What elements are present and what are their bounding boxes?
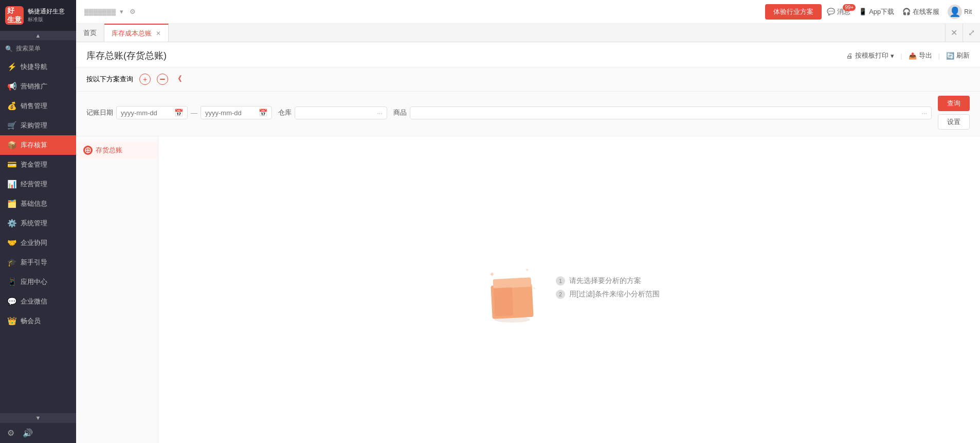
- empty-illustration: ✦ ✦ ✦: [479, 259, 540, 321]
- sidebar-item-marketing[interactable]: 📢 营销推广: [0, 77, 76, 96]
- online-support-button[interactable]: 🎧 在线客服: [902, 7, 939, 16]
- sidebar-item-label: 企业微信: [21, 297, 47, 306]
- date-start-input[interactable]: [121, 109, 172, 117]
- member-icon: 👑: [7, 316, 16, 326]
- app-version: 标准版: [28, 16, 65, 23]
- sidebar-item-quick-nav[interactable]: ⚡ 快捷导航: [0, 57, 76, 77]
- filter-collapse-button[interactable]: 《: [174, 75, 182, 84]
- date-separator: —: [191, 109, 197, 117]
- marketing-icon: 📢: [7, 82, 16, 91]
- sidebar-settings-button[interactable]: ⚙: [7, 428, 14, 438]
- tab-home[interactable]: 首页: [76, 24, 104, 42]
- topbar-dropdown-icon[interactable]: ▾: [120, 8, 123, 15]
- tab-inventory-cost[interactable]: 库存成本总账 ✕: [104, 24, 169, 42]
- print-button[interactable]: 🖨 按模板打印 ▾: [846, 51, 894, 60]
- sidebar-scroll-down[interactable]: ▼: [0, 413, 76, 422]
- sidebar-item-operation[interactable]: 📊 经营管理: [0, 174, 76, 194]
- breadcrumb-text: ▓▓▓▓▓▓▓: [84, 8, 116, 15]
- sidebar-item-label: 基础信息: [21, 199, 47, 208]
- sidebar-item-label: 畅会员: [21, 316, 41, 326]
- svg-rect-0: [160, 79, 165, 80]
- sidebar-item-label: 经营管理: [21, 180, 47, 189]
- scheme-panel: 存货总账: [76, 136, 980, 443]
- scheme-sidebar: 存货总账: [76, 136, 158, 443]
- operation-icon: 📊: [7, 180, 16, 189]
- sidebar-item-member[interactable]: 👑 畅会员: [0, 311, 76, 331]
- filter-action-buttons: 查询 设置: [938, 96, 970, 130]
- page-area: 库存总账(存货总账) 🖨 按模板打印 ▾ | 📤 导出 | 🔄 刷新: [76, 42, 980, 443]
- scheme-item-icon: [83, 146, 93, 155]
- finance-icon: 💳: [7, 160, 16, 169]
- sidebar-item-label: 企业协同: [21, 238, 47, 247]
- filter-remove-button[interactable]: [157, 74, 168, 85]
- purchase-icon: 🛒: [7, 121, 16, 130]
- filter-add-button[interactable]: +: [139, 74, 151, 85]
- appstore-icon: 📱: [7, 277, 16, 287]
- date-filter-group: 记账日期 📅 — 📅: [86, 106, 272, 119]
- sidebar-scroll-up[interactable]: ▲: [0, 31, 76, 40]
- sidebar-item-enterprise[interactable]: 🤝 企业协同: [0, 233, 76, 253]
- sidebar-item-label: 营销推广: [21, 82, 47, 91]
- filter-remove-icon: [159, 76, 166, 82]
- topbar: ▓▓▓▓▓▓▓ ▾ ⚙ 体验行业方案 💬 消息 99+ 📱 App下载 🎧 在线…: [76, 0, 980, 24]
- sidebar-item-wechat[interactable]: 💬 企业微信: [0, 292, 76, 311]
- tab-home-label: 首页: [83, 28, 97, 38]
- hint-2-num: 2: [556, 290, 565, 299]
- sidebar-item-system[interactable]: ⚙️ 系统管理: [0, 214, 76, 233]
- message-button[interactable]: 💬 消息 99+: [827, 7, 850, 16]
- scheme-item-inventory-ledger[interactable]: 存货总账: [76, 141, 158, 159]
- date-end-input[interactable]: [205, 109, 257, 117]
- hint-1-text: 请先选择要分析的方案: [569, 276, 641, 286]
- empty-state: ✦ ✦ ✦ 1 请先选择要分析的方案 2 用[过滤]条件来缩小分析范围: [158, 136, 980, 443]
- sidebar-item-label: 资金管理: [21, 160, 47, 169]
- topbar-cta-button[interactable]: 体验行业方案: [765, 4, 822, 20]
- sidebar-item-finance[interactable]: 💳 资金管理: [0, 155, 76, 174]
- refresh-button[interactable]: 🔄 刷新: [946, 51, 970, 60]
- tab-close-icon[interactable]: ✕: [156, 30, 161, 37]
- warehouse-more-icon[interactable]: ···: [377, 109, 383, 117]
- sidebar-item-label: 系统管理: [21, 219, 47, 228]
- product-more-icon[interactable]: ···: [921, 109, 927, 117]
- sidebar-search[interactable]: 🔍 搜索菜单: [0, 40, 76, 57]
- svg-rect-7: [494, 287, 514, 316]
- export-label: 导出: [919, 51, 932, 60]
- export-icon: 📤: [909, 52, 917, 60]
- product-filter-group: 商品 ···: [393, 107, 932, 119]
- warehouse-filter-group: 仓库 ···: [278, 107, 387, 119]
- message-icon: 💬: [827, 8, 835, 15]
- online-support-icon: 🎧: [902, 8, 911, 15]
- tab-inventory-cost-label: 库存成本总账: [112, 29, 152, 38]
- print-icon: 🖨: [846, 52, 853, 60]
- sidebar-item-newbie[interactable]: 🎓 新手引导: [0, 253, 76, 272]
- sidebar-item-label: 快捷导航: [21, 62, 47, 72]
- topbar-settings-icon[interactable]: ⚙: [130, 8, 136, 15]
- product-select[interactable]: ···: [410, 107, 932, 119]
- query-button[interactable]: 查询: [938, 96, 970, 111]
- empty-hint-2: 2 用[过滤]条件来缩小分析范围: [556, 290, 660, 299]
- svg-text:✦: ✦: [525, 267, 529, 273]
- user-menu[interactable]: 👤 Rit: [948, 5, 972, 19]
- svg-text:✦: ✦: [489, 270, 495, 278]
- app-name: 畅捷通好生意: [28, 8, 65, 16]
- sidebar-audio-button[interactable]: 🔊: [23, 428, 33, 438]
- tab-expand-button[interactable]: ⤢: [963, 24, 980, 42]
- scheme-main: ✦ ✦ ✦ 1 请先选择要分析的方案 2 用[过滤]条件来缩小分析范围: [158, 136, 980, 443]
- sidebar-item-inventory[interactable]: 📦 库存核算: [0, 135, 76, 155]
- sidebar-item-basic[interactable]: 🗂️ 基础信息: [0, 194, 76, 214]
- sidebar-item-purchase[interactable]: 🛒 采购管理: [0, 116, 76, 135]
- sidebar-item-appstore[interactable]: 📱 应用中心: [0, 272, 76, 292]
- print-dropdown-icon[interactable]: ▾: [891, 52, 894, 60]
- svg-text:✦: ✦: [533, 286, 536, 291]
- date-start-calendar-icon[interactable]: 📅: [174, 109, 183, 117]
- sidebar-item-sales[interactable]: 💰 销售管理: [0, 96, 76, 116]
- refresh-label: 刷新: [956, 51, 970, 60]
- settings-button[interactable]: 设置: [938, 114, 970, 130]
- app-download-button[interactable]: 📱 App下载: [859, 7, 894, 16]
- sidebar-item-label: 销售管理: [21, 101, 47, 111]
- warehouse-select[interactable]: ···: [295, 107, 387, 119]
- export-button[interactable]: 📤 导出: [909, 51, 932, 60]
- date-end-input-wrapper: 📅: [201, 106, 272, 119]
- tab-close-button[interactable]: ✕: [945, 24, 963, 42]
- print-label: 按模板打印: [855, 51, 888, 60]
- date-end-calendar-icon[interactable]: 📅: [259, 109, 267, 117]
